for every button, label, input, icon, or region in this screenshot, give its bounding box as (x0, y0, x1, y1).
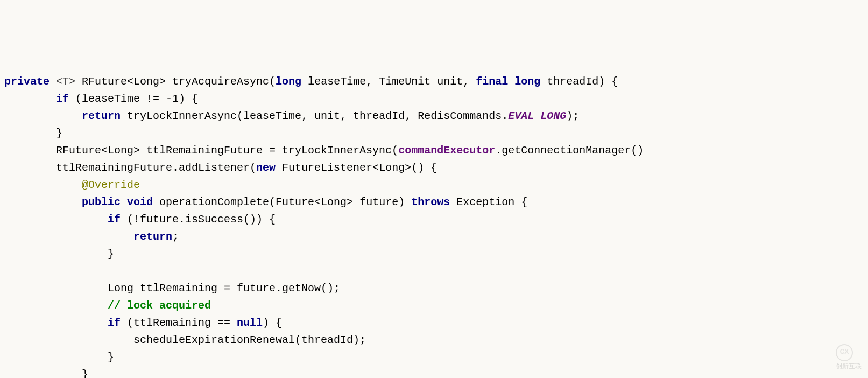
text: scheduleExpirationRenewal(threadId); (4, 334, 366, 346)
text (50, 75, 56, 88)
text: ); (566, 110, 579, 122)
text: ; (172, 230, 179, 243)
keyword-null: null (237, 317, 263, 329)
text: Exception { (450, 196, 527, 208)
text: (!future.isSuccess()) { (121, 213, 276, 226)
keyword-if: if (4, 317, 121, 329)
text: .getConnectionManager() (495, 144, 644, 157)
keyword-long: long (508, 75, 540, 88)
keyword-public: public (4, 196, 121, 208)
text: tryLockInnerAsync(leaseTime, unit, threa… (121, 110, 508, 122)
watermark-text: 创新互联 (836, 362, 862, 370)
keyword-void: void (121, 196, 153, 208)
keyword-new: new (256, 162, 276, 174)
text: } (4, 248, 114, 260)
text: RFuture<Long> tryAcquireAsync( (75, 75, 276, 88)
text: } (4, 368, 88, 378)
text: Long ttlRemaining = future.getNow(); (4, 282, 340, 295)
instance-commandexecutor: commandExecutor (398, 144, 495, 157)
text: threadId) { (540, 75, 618, 88)
text: (leaseTime != -1) { (69, 93, 198, 105)
text: (ttlRemaining == (121, 317, 237, 329)
keyword-final: final (476, 75, 508, 88)
keyword-throws: throws (411, 196, 450, 208)
comment-lock-acquired: // lock acquired (4, 299, 211, 312)
text: leaseTime, TimeUnit unit, (301, 75, 476, 88)
text: FutureListener<Long>() { (276, 162, 437, 174)
text: RFuture<Long> ttlRemainingFuture = tryLo… (4, 144, 398, 157)
text: ttlRemainingFuture.addListener( (4, 162, 256, 174)
keyword-long: long (276, 75, 301, 88)
text: ) { (263, 317, 282, 329)
watermark-logo-icon: CX (836, 344, 853, 361)
keyword-if: if (4, 93, 69, 105)
keyword-private: private (4, 75, 50, 88)
keyword-return: return (4, 230, 172, 243)
text: } (4, 351, 114, 363)
watermark: CX 创新互联 (832, 334, 862, 372)
text: } (4, 127, 62, 139)
keyword-return: return (4, 110, 121, 122)
keyword-if: if (4, 213, 121, 226)
text: operationComplete(Future<Long> future) (153, 196, 411, 208)
constant-eval-long: EVAL_LONG (508, 110, 566, 122)
code-block: private <T> RFuture<Long> tryAcquireAsyn… (4, 73, 864, 378)
annotation-override: @Override (4, 179, 140, 191)
generic-t: <T> (56, 75, 75, 88)
